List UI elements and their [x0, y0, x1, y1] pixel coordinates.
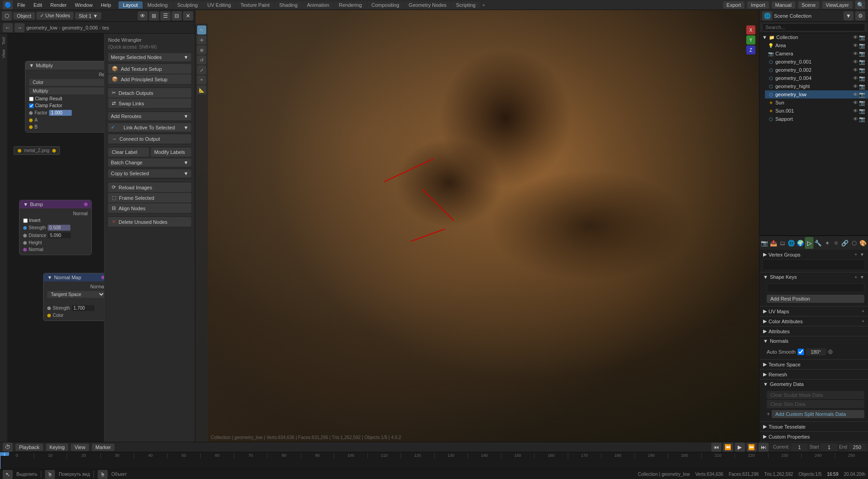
marker-btn[interactable]: Marker: [92, 444, 114, 451]
uv-maps-header[interactable]: ▶ UV Maps +: [759, 306, 868, 316]
nw-modify-labels-btn[interactable]: Modify Labels: [151, 148, 192, 157]
camera-render[interactable]: 📷: [859, 51, 865, 57]
texture-space-header[interactable]: ▶ Texture Space: [759, 360, 868, 369]
outliner-item-geolow[interactable]: ⬡ geometry_low 👁 📷: [765, 90, 868, 99]
outliner-item-geo002[interactable]: ⬡ geometry_0.002 👁 📷: [765, 66, 868, 74]
scene-options-icon[interactable]: ⚙: [855, 11, 865, 20]
multiply-node[interactable]: ▼ Multiply Result Color Mu: [25, 61, 116, 133]
clear-skin-btn[interactable]: Clear Skin Data: [767, 400, 864, 408]
multiply-factor-input[interactable]: [49, 110, 72, 116]
search-icon[interactable]: 🔍: [855, 0, 865, 10]
vertex-groups-options-icon[interactable]: ▼: [860, 252, 864, 257]
timeline-view-btn[interactable]: View: [71, 444, 89, 451]
node-editor-icon[interactable]: ⬡: [2, 11, 12, 20]
attributes-header[interactable]: ▶ Attributes: [759, 326, 868, 336]
bump-node[interactable]: ▼ Bump Normal Invert: [19, 200, 92, 255]
sun001-render[interactable]: 📷: [859, 108, 865, 114]
outliner-item-geo001[interactable]: ⬡ geometry_0.001 👁 📷: [765, 58, 868, 66]
uv-maps-add-icon[interactable]: +: [862, 309, 864, 314]
timeline-end-btn[interactable]: ⏭: [759, 443, 769, 452]
add-rest-position-btn[interactable]: Add Rest Position: [767, 295, 864, 303]
nw-add-texture-btn[interactable]: 📦 Add Texture Setup: [108, 64, 191, 74]
props-tab-scene[interactable]: 🌐: [787, 237, 796, 249]
outliner-item-sun001[interactable]: ☀ Sun.001 👁 📷: [765, 107, 868, 115]
props-tab-constraints[interactable]: 🔗: [841, 237, 849, 249]
clear-sculpt-mask-btn[interactable]: Clear Sculpt Mask Data: [767, 391, 864, 399]
normal-map-space-select[interactable]: Tangent Space: [47, 291, 105, 298]
node-canvas[interactable]: Tool View ▼ Multiply Result Color: [0, 34, 195, 442]
timeline-current-frame[interactable]: [791, 444, 808, 451]
playback-btn[interactable]: Playback: [15, 444, 43, 451]
geo004-eye[interactable]: 👁: [853, 75, 858, 81]
vertex-groups-add-icon[interactable]: +: [854, 252, 857, 257]
geo004-render[interactable]: 📷: [859, 75, 865, 81]
nw-swap-btn[interactable]: ⇄ Swap Links: [108, 99, 191, 108]
bump-invert-checkbox[interactable]: [23, 218, 28, 223]
node-header-icon[interactable]: ☰: [160, 11, 170, 20]
vp-gizmo-z[interactable]: Z: [746, 45, 755, 54]
geo001-render[interactable]: 📷: [859, 59, 865, 65]
workspace-geometry-nodes[interactable]: Geometry Nodes: [404, 1, 451, 9]
sun-eye[interactable]: 👁: [853, 100, 858, 106]
props-tab-particles[interactable]: ✦: [823, 237, 832, 249]
props-tab-world[interactable]: 🌍: [796, 237, 805, 249]
timeline-start-frame[interactable]: [821, 444, 837, 451]
nw-reload-btn[interactable]: ⟳ Reload Images: [108, 183, 191, 192]
timeline-prev-btn[interactable]: ⏪: [723, 443, 733, 452]
viewport-canvas[interactable]: ↖ ✛ ⊕ ↺ ⤢ ⌖ 📐 X Y Z Collection | geometr…: [195, 10, 759, 442]
nw-batch-select[interactable]: Batch Change ▼: [108, 158, 191, 167]
outliner-item-camera[interactable]: 📷 Camera 👁 📷: [765, 49, 868, 58]
props-tab-material[interactable]: 🎨: [858, 237, 867, 249]
scene-btn[interactable]: Scene: [798, 1, 819, 9]
menu-window[interactable]: Window: [71, 1, 96, 9]
workspace-sculpting[interactable]: Sculpting: [173, 1, 202, 9]
nw-align-btn[interactable]: ⊟ Align Nodes: [108, 203, 191, 213]
nw-clear-label-btn[interactable]: Clear Label: [108, 148, 149, 157]
add-workspace-btn[interactable]: +: [481, 2, 487, 8]
blender-logo[interactable]: 🔵: [3, 0, 13, 10]
props-tab-output[interactable]: 📤: [769, 237, 778, 249]
nw-frame-btn[interactable]: ⬚ Frame Selected: [108, 193, 191, 202]
geo002-eye[interactable]: 👁: [853, 67, 858, 73]
shape-keys-add-icon[interactable]: +: [854, 275, 857, 280]
support-eye[interactable]: 👁: [853, 116, 858, 122]
node-close-icon[interactable]: ✕: [183, 11, 193, 20]
status-view-icon[interactable]: 🖱: [45, 470, 55, 479]
timeline-play-btn[interactable]: ▶: [735, 443, 745, 452]
nw-merge-select[interactable]: Merge Selected Nodes ▼: [108, 53, 191, 61]
geohigh-eye[interactable]: 👁: [853, 84, 858, 89]
bump-distance-input[interactable]: [48, 232, 71, 238]
nav-forward-icon[interactable]: →: [15, 23, 25, 32]
menu-render[interactable]: Render: [47, 1, 70, 9]
auto-smooth-checkbox[interactable]: [798, 349, 804, 355]
outliner-item-collection[interactable]: ▼ 📁 Collection 👁 📷: [759, 33, 868, 41]
area-render[interactable]: 📷: [859, 43, 865, 49]
vp-tool-rotate[interactable]: ↺: [197, 55, 206, 64]
collection-render[interactable]: 📷: [859, 35, 865, 40]
geometry-data-header[interactable]: ▼ Geometry Data: [759, 380, 868, 389]
geolow-render[interactable]: 📷: [859, 92, 865, 98]
status-object-icon[interactable]: 🖱: [98, 470, 108, 479]
scene-icon[interactable]: 🌐: [762, 11, 772, 20]
props-tab-data[interactable]: ⬡: [850, 237, 858, 249]
nav-back-icon[interactable]: ←: [3, 23, 13, 32]
geolow-eye[interactable]: 👁: [853, 92, 858, 98]
outliner-item-area[interactable]: 💡 Area 👁 📷: [765, 41, 868, 49]
props-tab-object[interactable]: ▷: [805, 237, 813, 249]
outliner-item-geohigh[interactable]: ⬡ geometry_hight 👁 📷: [765, 82, 868, 90]
timeline-body[interactable]: 0 10 20 30 40 50 60 70 80 90 100 110 120…: [0, 452, 868, 469]
vp-tool-transform[interactable]: ⌖: [197, 75, 206, 84]
color-attributes-add-icon[interactable]: +: [862, 319, 864, 324]
geo001-eye[interactable]: 👁: [853, 59, 858, 65]
workspace-layout[interactable]: Layout: [119, 1, 143, 9]
camera-eye[interactable]: 👁: [853, 51, 858, 57]
outliner-item-geo004[interactable]: ⬡ geometry_0.004 👁 📷: [765, 74, 868, 82]
normals-header[interactable]: ▼ Normals: [759, 336, 868, 346]
multiply-blend-select[interactable]: Multiply: [29, 88, 112, 94]
timeline-end-frame[interactable]: [849, 444, 865, 451]
vp-tool-scale[interactable]: ⤢: [197, 65, 206, 74]
side-tab-view[interactable]: View: [0, 48, 7, 60]
support-render[interactable]: 📷: [859, 116, 865, 122]
workspace-uv-editing[interactable]: UV Editing: [203, 1, 235, 9]
manual-btn[interactable]: Manual: [772, 1, 795, 9]
